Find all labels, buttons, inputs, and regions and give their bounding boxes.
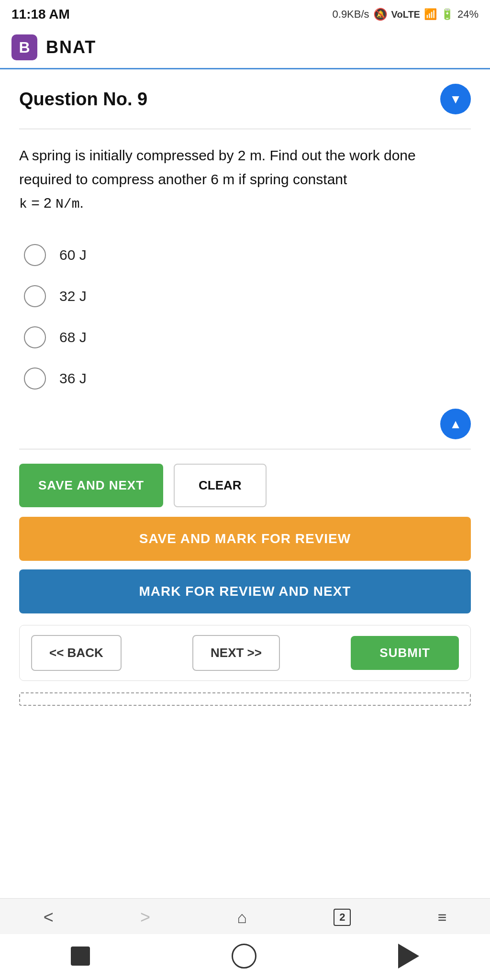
- option-radio-4[interactable]: [24, 368, 46, 390]
- option-radio-3[interactable]: [24, 326, 46, 348]
- menu-icon[interactable]: ≡: [438, 909, 447, 926]
- tab-count-badge[interactable]: 2: [334, 909, 351, 926]
- app-name: BNAT: [46, 37, 96, 57]
- question-text: A spring is initially compressed by 2 m.…: [19, 144, 471, 215]
- next-button[interactable]: NEXT >>: [192, 635, 280, 671]
- app-header: B BNAT: [0, 27, 490, 69]
- option-label-4: 36 J: [59, 370, 87, 387]
- mark-for-review-and-next-button[interactable]: MARK FOR REVIEW AND NEXT: [19, 569, 471, 613]
- lte-icon: VoLTE: [391, 9, 420, 20]
- option-item-3[interactable]: 68 J: [19, 317, 471, 358]
- bottom-nav-row: << BACK NEXT >> SUBMIT: [19, 625, 471, 681]
- scroll-up-container: [19, 409, 471, 439]
- recent-apps-gesture[interactable]: [71, 947, 90, 966]
- dashed-area: [19, 692, 471, 706]
- option-label-1: 60 J: [59, 247, 87, 263]
- question-divider: [19, 129, 471, 129]
- save-and-next-button[interactable]: SAVE AND NEXT: [19, 464, 163, 507]
- home-gesture[interactable]: [232, 944, 256, 969]
- mute-icon: 🔕: [373, 8, 388, 21]
- main-content: Question No. 9 A spring is initially com…: [0, 69, 490, 898]
- home-nav-icon[interactable]: ⌂: [237, 908, 247, 927]
- back-nav-icon[interactable]: <: [44, 907, 54, 927]
- question-header: Question No. 9: [19, 84, 471, 114]
- option-label-3: 68 J: [59, 329, 87, 345]
- question-title: Question No. 9: [19, 89, 147, 110]
- battery-icon: 🔋: [441, 8, 454, 21]
- save-and-mark-for-review-button[interactable]: SAVE AND MARK FOR REVIEW: [19, 517, 471, 561]
- clear-button[interactable]: CLEAR: [174, 464, 267, 507]
- option-item-4[interactable]: 36 J: [19, 358, 471, 399]
- question-text-part1: A spring is initially compressed by 2 m.…: [19, 147, 416, 187]
- status-time: 11:18 AM: [11, 7, 70, 22]
- app-logo-letter: B: [19, 39, 30, 56]
- option-label-2: 32 J: [59, 288, 87, 304]
- option-item-1[interactable]: 60 J: [19, 234, 471, 276]
- app-logo: B: [11, 34, 37, 60]
- signal-icon: 📶: [424, 8, 437, 21]
- scroll-up-button[interactable]: [440, 409, 471, 439]
- option-radio-2[interactable]: [24, 285, 46, 307]
- back-button[interactable]: << BACK: [31, 635, 122, 671]
- system-bar: < > ⌂ 2 ≡: [0, 898, 490, 934]
- question-text-part2: k = 2 N/m.: [19, 195, 84, 211]
- status-icons: 0.9KB/s 🔕 VoLTE 📶 🔋 24%: [333, 8, 479, 21]
- action-row-1: SAVE AND NEXT CLEAR: [19, 464, 471, 507]
- gesture-bar: [0, 934, 490, 980]
- submit-button[interactable]: SUBMIT: [351, 636, 459, 670]
- dropdown-button[interactable]: [440, 84, 471, 114]
- network-speed: 0.9KB/s: [333, 8, 369, 21]
- options-list: 60 J 32 J 68 J 36 J: [19, 234, 471, 399]
- option-item-2[interactable]: 32 J: [19, 276, 471, 317]
- back-gesture[interactable]: [398, 944, 419, 969]
- forward-nav-icon[interactable]: >: [140, 907, 150, 927]
- status-bar: 11:18 AM 0.9KB/s 🔕 VoLTE 📶 🔋 24%: [0, 0, 490, 27]
- option-radio-1[interactable]: [24, 244, 46, 266]
- battery-level: 24%: [457, 8, 479, 21]
- options-divider: [19, 449, 471, 449]
